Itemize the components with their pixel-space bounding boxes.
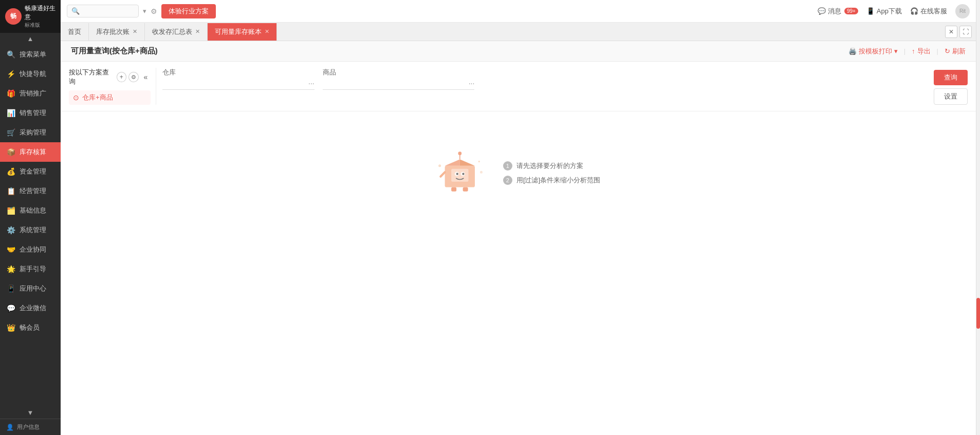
- scrollbar-thumb[interactable]: [976, 298, 980, 329]
- sidebar-item-label: 基础信息: [20, 206, 46, 215]
- svg-point-13: [480, 171, 483, 174]
- online-service-label: 在线客服: [920, 7, 947, 16]
- sidebar-item-enterprise[interactable]: 🤝 企业协同: [0, 240, 61, 259]
- sidebar-item-system[interactable]: ⚙️ 系统管理: [0, 220, 61, 240]
- tab-summary-close[interactable]: ✕: [195, 28, 200, 35]
- chevron-down-icon[interactable]: ▾: [894, 47, 898, 55]
- refresh-icon: ↻: [945, 47, 950, 55]
- goods-dots[interactable]: ···: [469, 79, 475, 87]
- svg-rect-6: [451, 187, 456, 192]
- empty-hints: 1 请先选择要分析的方案 2 用[过滤]条件来缩小分析范围: [503, 161, 600, 185]
- folder-icon: 🗂️: [6, 206, 15, 215]
- sidebar-item-sales[interactable]: 📊 销售管理: [0, 103, 61, 123]
- sidebar-item-nav[interactable]: ⚡ 快捷导航: [0, 64, 61, 84]
- trial-button[interactable]: 体验行业方案: [161, 4, 216, 18]
- tab-summary[interactable]: 收发存汇总表 ✕: [145, 23, 208, 41]
- tab-close-button[interactable]: ✕: [945, 26, 957, 38]
- hint-2-number: 2: [503, 176, 512, 185]
- filter-scheme-header: 按以下方案查询 + ⚙ «: [69, 68, 151, 86]
- gear-icon[interactable]: ⚙: [151, 7, 157, 15]
- page-header-actions: 🖨️ 按模板打印 ▾ | ↑ 导出 | ↻ 刷新: [848, 47, 966, 56]
- tab-batch-label: 库存批次账: [96, 27, 130, 36]
- chevron-down-icon[interactable]: ▾: [143, 7, 146, 15]
- query-button[interactable]: 查询: [934, 70, 968, 85]
- hint-item-2: 2 用[过滤]条件来缩小分析范围: [503, 176, 600, 185]
- sidebar-item-label: 快捷导航: [20, 69, 46, 79]
- app-download-action[interactable]: 📱 App下载: [866, 7, 902, 16]
- avatar[interactable]: Rit: [955, 4, 970, 18]
- sidebar-scroll-up[interactable]: ▲: [0, 33, 61, 45]
- sidebar-item-label: 销售管理: [20, 108, 46, 118]
- scheme-item-warehouse-goods[interactable]: ⊙ 仓库+商品: [69, 90, 151, 105]
- export-icon: ↑: [912, 47, 915, 55]
- sidebar-item-basic[interactable]: 🗂️ 基础信息: [0, 201, 61, 220]
- print-icon: 🖨️: [848, 47, 857, 55]
- search-input[interactable]: [82, 8, 134, 15]
- warehouse-dots[interactable]: ···: [308, 79, 315, 87]
- sidebar-scroll-down[interactable]: ▼: [0, 407, 61, 419]
- export-action[interactable]: ↑ 导出: [912, 47, 931, 56]
- sidebar: 畅 畅康通好生意 标准版 ▲ 🔍 搜索菜单 ⚡ 快捷导航 🎁 营销推广 📊 销售…: [0, 0, 61, 435]
- phone-icon: 📱: [866, 7, 875, 15]
- warehouse-input[interactable]: [162, 80, 306, 87]
- sidebar-item-label: 搜索菜单: [20, 50, 46, 59]
- print-action[interactable]: 🖨️ 按模板打印 ▾: [848, 47, 898, 56]
- collapse-scheme-button[interactable]: «: [141, 72, 151, 82]
- sidebar-item-member[interactable]: 👑 畅会员: [0, 318, 61, 337]
- filter-field-goods: 商品 ···: [323, 68, 475, 90]
- hint-1-number: 1: [503, 161, 512, 171]
- message-action[interactable]: 💬 消息 99+: [818, 7, 858, 16]
- svg-point-12: [478, 161, 480, 162]
- warehouse-label: 仓库: [162, 68, 315, 77]
- sidebar-item-label: 采购管理: [20, 128, 46, 137]
- sidebar-item-marketing[interactable]: 🎁 营销推广: [0, 84, 61, 103]
- topbar-search-box[interactable]: 🔍: [67, 5, 139, 17]
- sidebar-item-inventory[interactable]: 📦 库存核算: [0, 142, 61, 162]
- sidebar-item-finance[interactable]: 💰 资金管理: [0, 162, 61, 181]
- sidebar-item-operation[interactable]: 📋 经营管理: [0, 181, 61, 201]
- search-icon: 🔍: [71, 7, 80, 15]
- empty-illustration: [436, 142, 488, 203]
- refresh-action[interactable]: ↻ 刷新: [945, 47, 966, 56]
- sidebar-item-label: 营销推广: [20, 89, 46, 98]
- goods-input[interactable]: [323, 80, 467, 87]
- settings-scheme-button[interactable]: ⚙: [128, 72, 139, 82]
- goods-label: 商品: [323, 68, 475, 77]
- svg-point-10: [458, 152, 461, 155]
- tab-home[interactable]: 首页: [61, 23, 89, 41]
- tabs-bar: 首页 库存批次账 ✕ 收发存汇总表 ✕ 可用量库存账本 ✕ ✕ ⛶: [61, 23, 976, 41]
- tab-available[interactable]: 可用量库存账本 ✕: [208, 23, 277, 41]
- sidebar-item-label: 企业微信: [20, 304, 46, 313]
- tab-expand-button[interactable]: ⛶: [959, 26, 972, 38]
- sidebar-logo: 畅: [5, 8, 22, 25]
- sidebar-footer[interactable]: 👤 用户信息: [0, 419, 61, 435]
- sidebar-item-search[interactable]: 🔍 搜索菜单: [0, 45, 61, 64]
- cart-icon: 🛒: [6, 128, 15, 137]
- scheme-icon: ⊙: [73, 93, 79, 102]
- tab-available-close[interactable]: ✕: [265, 28, 269, 35]
- svg-line-8: [440, 172, 445, 176]
- scheme-label: 按以下方案查询: [69, 68, 115, 86]
- sidebar-item-apps[interactable]: 📱 应用中心: [0, 279, 61, 298]
- avatar-text: Rit: [959, 8, 966, 14]
- sidebar-item-purchase[interactable]: 🛒 采购管理: [0, 123, 61, 142]
- online-service-action[interactable]: 🎧 在线客服: [910, 7, 947, 16]
- app-download-label: App下载: [877, 7, 902, 16]
- sidebar-item-label: 应用中心: [20, 284, 46, 293]
- clipboard-icon: 📋: [6, 187, 15, 195]
- export-label: 导出: [917, 47, 931, 56]
- svg-point-11: [438, 164, 441, 167]
- tab-summary-label: 收发存汇总表: [152, 27, 192, 36]
- right-scrollbar[interactable]: [976, 0, 980, 435]
- tab-batch[interactable]: 库存批次账 ✕: [89, 23, 145, 41]
- add-scheme-button[interactable]: +: [117, 72, 127, 82]
- sidebar-item-label: 畅会员: [20, 323, 40, 332]
- sidebar-item-label: 系统管理: [20, 225, 46, 235]
- sidebar-item-weixin[interactable]: 💬 企业微信: [0, 298, 61, 318]
- sidebar-item-guide[interactable]: 🌟 新手引导: [0, 259, 61, 279]
- sidebar-scroll: 🔍 搜索菜单 ⚡ 快捷导航 🎁 营销推广 📊 销售管理 🛒 采购管理 📦 库存核…: [0, 45, 61, 407]
- tab-batch-close[interactable]: ✕: [133, 28, 137, 35]
- setting-button[interactable]: 设置: [934, 88, 968, 105]
- print-label: 按模板打印: [859, 47, 892, 56]
- hint-1-text: 请先选择要分析的方案: [516, 161, 583, 171]
